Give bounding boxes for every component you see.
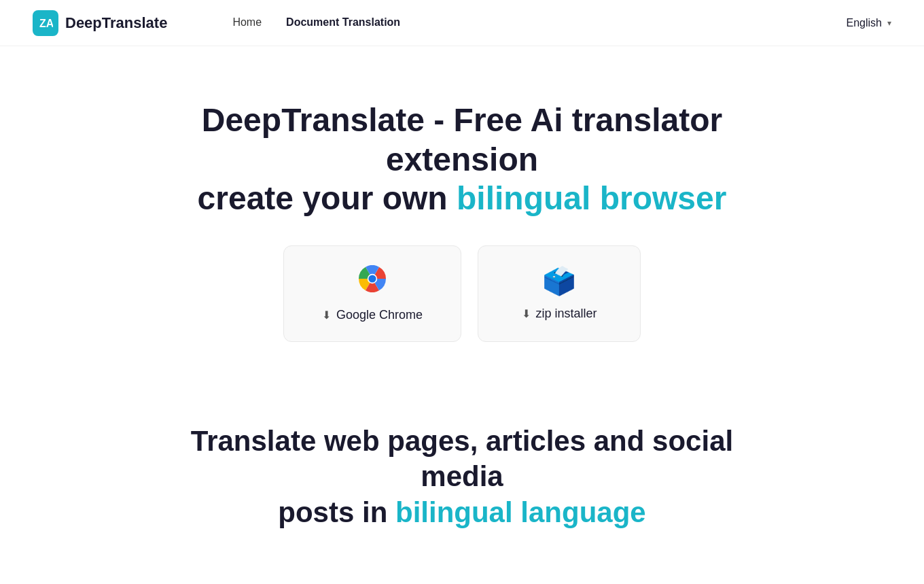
svg-point-3 [368, 275, 376, 282]
download-cards: ⬇ Google Chrome 🗳️ ⬇ zip installer [33, 245, 891, 342]
hero-highlight: bilingual browser [457, 180, 726, 216]
hero-section: DeepTranslate - Free Ai translator exten… [0, 46, 924, 383]
nav-home[interactable]: Home [232, 16, 262, 29]
nav-document-translation[interactable]: Document Translation [286, 16, 400, 29]
zip-card-label: ⬇ zip installer [522, 307, 597, 321]
social-section: Translate web pages, articles and social… [0, 383, 924, 584]
chrome-card-label: ⬇ Google Chrome [322, 308, 423, 322]
nav-left: ZA DeepTranslate Home Document Translati… [33, 0, 433, 46]
zip-download-card[interactable]: 🗳️ ⬇ zip installer [478, 245, 641, 342]
hero-headline: DeepTranslate - Free Ai translator exten… [156, 101, 768, 218]
navbar: ZA DeepTranslate Home Document Translati… [0, 0, 924, 46]
logo[interactable]: ZA DeepTranslate [33, 10, 167, 36]
chrome-download-card[interactable]: ⬇ Google Chrome [283, 245, 461, 342]
nav-lang-text: English [847, 17, 882, 29]
logo-icon: ZA [33, 10, 58, 36]
chevron-down-icon: ▾ [887, 18, 891, 28]
nav-lang-selector[interactable]: English ▾ [847, 17, 891, 29]
download-icon: ⬇ [322, 309, 331, 322]
svg-text:ZA: ZA [39, 18, 53, 29]
nav-links: Home Document Translation [200, 0, 433, 46]
chrome-icon [359, 265, 386, 298]
social-headline: Translate web pages, articles and social… [156, 424, 768, 531]
social-highlight: bilingual language [395, 496, 646, 528]
zip-icon: 🗳️ [542, 265, 576, 297]
download-icon-2: ⬇ [522, 307, 531, 320]
logo-text: DeepTranslate [65, 14, 167, 32]
